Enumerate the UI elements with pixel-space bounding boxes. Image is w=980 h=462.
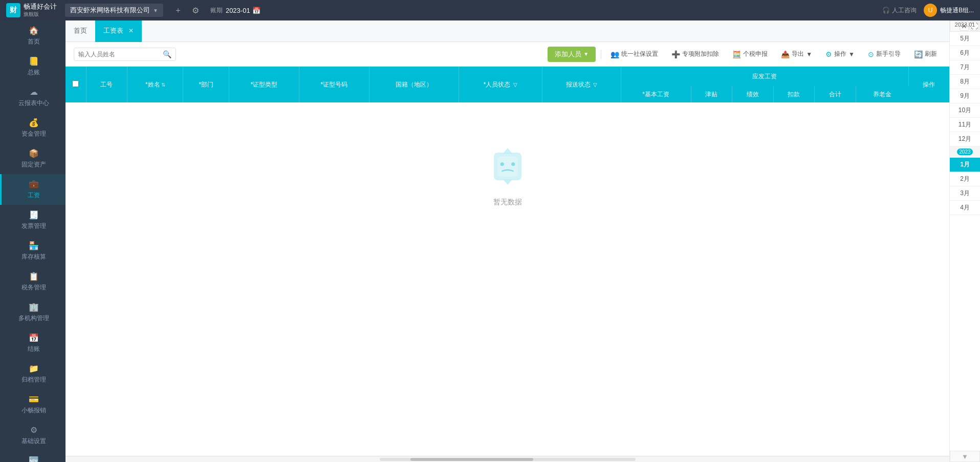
date-item-8[interactable]: 8月 xyxy=(950,75,980,89)
sidebar-item-expense[interactable]: 💳 小畅报销 xyxy=(0,389,66,420)
th-country: 国籍（地区） xyxy=(369,67,459,102)
logo-text-wrap: 畅通好会计 旗舰版 xyxy=(24,3,57,18)
scroll-thumb[interactable] xyxy=(410,458,533,461)
add-person-label: 添加人员 xyxy=(555,50,581,59)
top-right-area: 🎧 人工咨询 U 畅捷通B组... xyxy=(882,4,974,17)
th-name[interactable]: *姓名 ⇅ xyxy=(127,67,183,102)
refresh-icon: 🔄 xyxy=(914,50,923,58)
sidebar-item-archive[interactable]: 📁 归档管理 xyxy=(0,359,66,389)
th-status[interactable]: *人员状态 ▽ xyxy=(459,67,542,102)
tab-bar: 首页 工资表 ✕ xyxy=(66,20,949,42)
sidebar-item-funds-label: 资金管理 xyxy=(21,130,46,138)
scroll-down-arrow[interactable]: ▼ xyxy=(950,451,980,462)
sidebar-item-funds[interactable]: 💰 资金管理 xyxy=(0,113,66,143)
sidebar-item-archive-label: 归档管理 xyxy=(21,375,46,384)
date-scroll[interactable]: 5月 6月 7月 8月 9月 10月 11月 12月 2023 1月 2月 3月… xyxy=(950,32,980,451)
panel-period-display: 2023.01 xyxy=(950,20,980,28)
sidebar-item-guide[interactable]: 🆕 新手引导 xyxy=(0,451,66,462)
search-input[interactable] xyxy=(78,51,160,58)
basic-settings-icon: ⚙ xyxy=(30,425,37,435)
sidebar-item-invoice[interactable]: 🧾 发票管理 xyxy=(0,205,66,236)
status-filter-icon[interactable]: ▽ xyxy=(513,82,517,88)
operate-icon: ⚙ xyxy=(825,50,832,58)
sidebar-item-multi-label: 多机构管理 xyxy=(18,314,49,323)
sidebar-item-settings[interactable]: ⚙ 基础设置 xyxy=(0,420,66,451)
company-selector[interactable]: 西安虾米网络科技有限公司 ▼ xyxy=(65,4,163,17)
scroll-track[interactable] xyxy=(380,458,636,461)
sidebar-item-home[interactable]: 🏠 首页 xyxy=(0,20,66,51)
right-date-panel: ▲ 5月 6月 7月 8月 9月 10月 11月 12月 2023 1月 2月 … xyxy=(949,20,980,462)
tab-salary-table[interactable]: 工资表 ✕ xyxy=(95,20,142,42)
select-all-checkbox[interactable] xyxy=(72,80,79,87)
scroll-bottom[interactable] xyxy=(66,456,949,462)
newbie-icon: ⊙ xyxy=(868,50,874,58)
date-item-4[interactable]: 4月 xyxy=(950,201,980,215)
th-operations: 操作 xyxy=(908,67,949,102)
tab-close-icon[interactable]: ✕ xyxy=(128,27,134,34)
date-item-2[interactable]: 2月 xyxy=(950,172,980,186)
report-status-filter-icon[interactable]: ▽ xyxy=(593,82,597,88)
th-checkbox[interactable] xyxy=(66,67,86,102)
add-dropdown-arrow: ▼ xyxy=(583,51,589,57)
tab-home-label: 首页 xyxy=(74,26,87,35)
date-item-3[interactable]: 3月 xyxy=(950,186,980,201)
invoice-icon: 🧾 xyxy=(29,210,39,220)
sidebar-item-tax[interactable]: 📋 税务管理 xyxy=(0,266,66,297)
empty-state: 暂无数据 xyxy=(66,102,949,248)
headset-icon: 🎧 xyxy=(882,7,890,14)
add-person-button[interactable]: 添加人员 ▼ xyxy=(548,47,596,62)
date-item-5[interactable]: 5月 xyxy=(950,32,980,46)
date-item-10[interactable]: 10月 xyxy=(950,103,980,118)
export-action[interactable]: 📤 导出 ▼ xyxy=(777,48,816,60)
sidebar-item-salary-label: 工资 xyxy=(28,191,40,200)
top-bar-actions: ＋ ⚙ xyxy=(171,4,202,17)
table-wrap: 工号 *姓名 ⇅ *部门 *证型类型 *证型号码 国籍（地区） *人员状态 xyxy=(66,67,949,456)
sidebar-item-invoice-label: 发票管理 xyxy=(21,222,46,230)
newbie-guide-action[interactable]: ⊙ 新手引导 xyxy=(864,48,905,60)
date-item-9[interactable]: 9月 xyxy=(950,89,980,103)
sidebar-item-close-label: 结账 xyxy=(28,345,40,353)
th-status-label: *人员状态 xyxy=(484,81,511,88)
svg-point-2 xyxy=(500,162,504,166)
home-icon: 🏠 xyxy=(29,26,39,35)
date-item-6[interactable]: 6月 xyxy=(950,46,980,60)
sidebar-item-close[interactable]: 📅 结账 xyxy=(0,328,66,359)
special-deduction-action[interactable]: ➕ 专项附加扣除 xyxy=(667,48,723,60)
operate-arrow: ▼ xyxy=(848,51,855,58)
support-button[interactable]: 🎧 人工咨询 xyxy=(882,6,917,15)
add-icon-btn[interactable]: ＋ xyxy=(171,4,185,17)
svg-rect-1 xyxy=(497,156,518,177)
th-report-status[interactable]: 报送状态 ▽ xyxy=(542,67,621,102)
sidebar-item-multi[interactable]: 🏢 多机构管理 xyxy=(0,297,66,328)
user-info[interactable]: U 畅捷通B组... xyxy=(924,4,974,17)
company-name: 西安虾米网络科技有限公司 xyxy=(70,6,150,15)
tax-report-action[interactable]: 🧮 个税申报 xyxy=(728,48,772,60)
date-item-12[interactable]: 12月 xyxy=(950,132,980,146)
refresh-action[interactable]: 🔄 刷新 xyxy=(910,48,941,60)
sidebar-item-inventory[interactable]: 🏪 库存核算 xyxy=(0,236,66,266)
tab-home[interactable]: 首页 xyxy=(66,20,95,42)
th-total: 合计 xyxy=(815,86,856,102)
date-item-1-active[interactable]: 1月 xyxy=(950,158,980,172)
sidebar: 🏠 首页 📒 总账 ☁ 云报表中心 💰 资金管理 📦 固定资产 💼 工资 🧾 发… xyxy=(0,20,66,462)
divider-1 xyxy=(601,50,601,59)
export-arrow: ▼ xyxy=(806,51,812,58)
sidebar-item-salary[interactable]: 💼 工资 xyxy=(0,174,66,205)
th-id-type: *证型类型 xyxy=(229,67,299,102)
search-wrap[interactable]: 🔍 xyxy=(74,48,176,61)
period-label: 账期 xyxy=(210,6,223,15)
sidebar-item-tax-label: 税务管理 xyxy=(21,283,46,292)
sidebar-item-ledger[interactable]: 📒 总账 xyxy=(0,51,66,82)
social-settings-action[interactable]: 👥 统一社保设置 xyxy=(606,48,662,60)
special-icon: ➕ xyxy=(671,50,680,58)
operate-action[interactable]: ⚙ 操作 ▼ xyxy=(821,48,859,60)
sidebar-item-cloud[interactable]: ☁ 云报表中心 xyxy=(0,82,66,113)
date-item-11[interactable]: 11月 xyxy=(950,118,980,132)
date-item-7[interactable]: 7月 xyxy=(950,60,980,75)
top-bar: 财 畅通好会计 旗舰版 西安虾米网络科技有限公司 ▼ ＋ ⚙ 账期 2023-0… xyxy=(0,0,980,20)
sidebar-item-assets[interactable]: 📦 固定资产 xyxy=(0,143,66,174)
sidebar-item-expense-label: 小畅报销 xyxy=(21,406,46,415)
settings-icon-btn[interactable]: ⚙ xyxy=(189,4,202,17)
user-name: 畅捷通B组... xyxy=(940,6,974,15)
calendar-icon[interactable]: 📅 xyxy=(252,7,260,14)
